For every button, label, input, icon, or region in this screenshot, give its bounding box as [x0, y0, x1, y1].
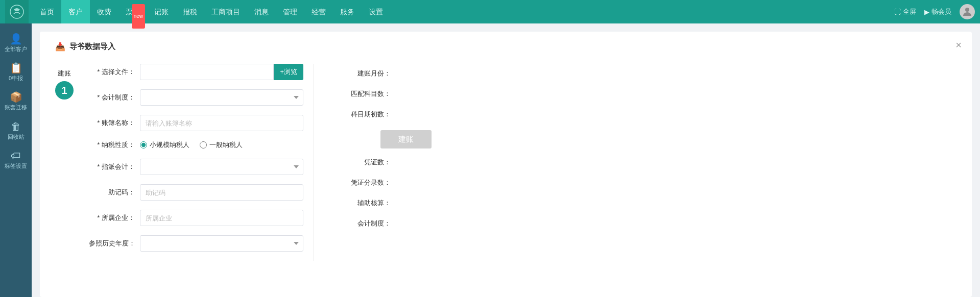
form-section: * 选择文件： +浏览 * 会计制度： * 账簿名称： — [89, 64, 303, 261]
tax-general-option[interactable]: 一般纳税人 — [200, 140, 243, 150]
fullscreen-btn[interactable]: ⛶ 全屏 — [894, 7, 916, 16]
sidebar-item-label: 全部客户 — [5, 46, 27, 53]
ledger-name-row: * 账簿名称： — [89, 115, 303, 131]
vip-btn[interactable]: ▶ 畅会员 — [924, 7, 951, 16]
user-avatar[interactable] — [960, 4, 975, 19]
accounting-system-row: * 会计制度： — [89, 89, 303, 106]
dialog-import: 📥 导爷数据导入 × 建账 1 * 选择文件： +浏览 — [40, 32, 972, 297]
aux-accounting-row: 辅助核算： — [345, 199, 467, 208]
all-customers-icon: 👤 — [10, 34, 22, 44]
match-subjects-label: 匹配科目数： — [345, 89, 391, 98]
history-year-row: 参照历史年度： — [89, 235, 303, 252]
nav-operations[interactable]: 经营 — [304, 0, 333, 23]
declaration-icon: 📋 — [10, 63, 22, 73]
nav-messages[interactable]: 消息 — [247, 0, 276, 23]
company-input[interactable] — [140, 210, 303, 226]
build-btn-area: 建账 — [345, 130, 467, 148]
voucher-count-label: 凭证数： — [345, 158, 391, 167]
tax-type-row: * 纳税性质： 小规模纳税人 一般纳税人 — [89, 140, 303, 150]
step-section-label: 建账 — [58, 69, 71, 78]
tax-type-label: * 纳税性质： — [89, 140, 135, 150]
sidebar-item-migration[interactable]: 📦 账套迁移 — [0, 87, 32, 116]
file-row: * 选择文件： +浏览 — [89, 64, 303, 80]
sidebar-item-tags[interactable]: 🏷 标签设置 — [0, 145, 32, 175]
company-row: * 所属企业： — [89, 210, 303, 226]
aux-accounting-label: 辅助核算： — [345, 199, 391, 208]
file-browse-button[interactable]: +浏览 — [274, 64, 303, 80]
memo-code-input[interactable] — [140, 184, 303, 201]
new-badge: new — [132, 4, 145, 29]
ledger-name-input[interactable] — [140, 115, 303, 131]
build-month-row: 建账月份： — [345, 69, 467, 78]
voucher-entries-row: 凭证分录数： — [345, 178, 467, 187]
sidebar-item-label: 标签设置 — [5, 163, 27, 169]
sidebar-item-recycle[interactable]: 🗑 回收站 — [0, 116, 32, 145]
info-section: 建账月份： 匹配科目数： 科目期初数： 建账 凭证数： — [324, 64, 467, 261]
sidebar-item-declaration[interactable]: 📋 0申报 — [0, 58, 32, 87]
fullscreen-icon: ⛶ — [894, 8, 901, 16]
accountant-select[interactable] — [140, 159, 303, 175]
accountant-row: * 指派会计： — [89, 159, 303, 175]
company-label: * 所属企业： — [89, 213, 135, 222]
sidebar-item-label: 0申报 — [9, 75, 23, 82]
tax-small-option[interactable]: 小规模纳税人 — [140, 140, 189, 150]
nav-tax[interactable]: 报税 — [176, 0, 204, 23]
recycle-icon: 🗑 — [11, 121, 21, 132]
nav-services[interactable]: 服务 — [333, 0, 362, 23]
nav-settings[interactable]: 设置 — [362, 0, 390, 23]
history-year-label: 参照历史年度： — [89, 239, 135, 248]
tax-small-label: 小规模纳税人 — [150, 140, 189, 150]
app-logo[interactable] — [5, 0, 29, 23]
nav-management[interactable]: 管理 — [276, 0, 304, 23]
accounting-system-info-row: 会计制度： — [345, 219, 467, 228]
voucher-entries-label: 凭证分录数： — [345, 178, 391, 187]
init-balance-row: 科目期初数： — [345, 110, 467, 119]
nav-right: ⛶ 全屏 ▶ 畅会员 — [894, 4, 975, 19]
import-icon: 📥 — [55, 42, 65, 52]
nav-bookkeeping[interactable]: 记账 — [147, 0, 176, 23]
close-button[interactable]: × — [955, 40, 962, 50]
left-sidebar: 👤 全部客户 📋 0申报 📦 账套迁移 🗑 回收站 🏷 标签设置 — [0, 23, 32, 297]
vertical-divider — [314, 64, 314, 261]
ledger-name-label: * 账簿名称： — [89, 118, 135, 128]
tax-type-radio-group: 小规模纳税人 一般纳税人 — [140, 140, 243, 150]
svg-point-1 — [965, 8, 969, 12]
tax-small-radio[interactable] — [140, 141, 147, 148]
svg-point-0 — [10, 5, 23, 18]
accounting-system-info-label: 会计制度： — [345, 219, 391, 228]
history-year-select[interactable] — [140, 235, 303, 252]
nav-business[interactable]: 工商项目 — [204, 0, 247, 23]
main-content: 📥 导爷数据导入 × 建账 1 * 选择文件： +浏览 — [32, 23, 980, 297]
file-label: * 选择文件： — [89, 67, 135, 77]
dialog-header: 📥 导爷数据导入 — [55, 42, 957, 52]
nav-customer[interactable]: 客户 — [61, 0, 90, 23]
nav-home[interactable]: 首页 — [33, 0, 61, 23]
step-indicator: 建账 1 — [55, 64, 74, 261]
vip-icon: ▶ — [924, 8, 929, 16]
tax-general-radio[interactable] — [200, 141, 207, 148]
dialog-title: 导爷数据导入 — [69, 42, 115, 52]
sidebar-item-label: 账套迁移 — [5, 104, 27, 111]
nav-fees[interactable]: 收费 — [90, 0, 118, 23]
migration-icon: 📦 — [10, 92, 22, 102]
match-subjects-row: 匹配科目数： — [345, 89, 467, 98]
tax-general-label: 一般纳税人 — [209, 140, 243, 150]
sidebar-item-label: 回收站 — [8, 134, 25, 140]
top-nav: 首页 客户 收费 票据 new 记账 报税 工商项目 消息 管理 经营 服务 设… — [0, 0, 980, 23]
memo-code-label: 助记码： — [89, 188, 135, 197]
sidebar-item-all-customers[interactable]: 👤 全部客户 — [0, 29, 32, 58]
tags-icon: 🏷 — [11, 151, 21, 161]
memo-code-row: 助记码： — [89, 184, 303, 201]
build-month-label: 建账月份： — [345, 69, 391, 78]
accounting-system-label: * 会计制度： — [89, 93, 135, 102]
file-input[interactable] — [140, 64, 274, 80]
build-button[interactable]: 建账 — [380, 130, 432, 148]
step-circle: 1 — [55, 81, 74, 100]
accounting-system-select[interactable] — [140, 89, 303, 106]
nav-tickets[interactable]: 票据 new — [118, 0, 147, 23]
init-balance-label: 科目期初数： — [345, 110, 391, 119]
file-input-group: +浏览 — [140, 64, 303, 80]
nav-menu: 首页 客户 收费 票据 new 记账 报税 工商项目 消息 管理 经营 服务 设… — [33, 0, 894, 23]
voucher-count-row: 凭证数： — [345, 158, 467, 167]
accountant-label: * 指派会计： — [89, 162, 135, 171]
